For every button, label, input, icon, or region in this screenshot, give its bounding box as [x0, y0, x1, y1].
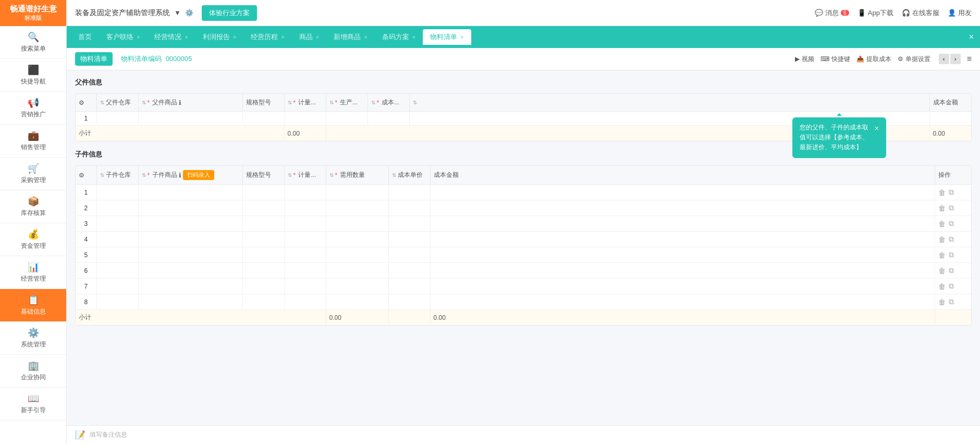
sidebar-item-basic-info[interactable]: 📋 基础信息 [0, 289, 66, 322]
tab-product[interactable]: 商品 × [292, 29, 326, 45]
child-row-quantity[interactable] [326, 232, 388, 247]
sidebar-item-system[interactable]: ⚙️ 系统管理 [0, 322, 66, 355]
next-btn[interactable]: › [950, 54, 961, 64]
child-row-quantity[interactable] [326, 294, 388, 310]
child-row-product[interactable] [138, 247, 242, 263]
child-row-quantity[interactable] [326, 185, 388, 200]
delete-icon[interactable]: 🗑 [938, 282, 946, 291]
child-row-spec[interactable] [242, 263, 284, 279]
tab-bom-close[interactable]: × [460, 34, 463, 40]
child-row-quantity[interactable] [326, 279, 388, 294]
child-row-product[interactable] [138, 294, 242, 310]
tab-barcode[interactable]: 条码方案 × [375, 29, 423, 45]
child-row-unit[interactable] [284, 216, 326, 232]
single-settings-btn[interactable]: ⚙ 单据设置 [898, 55, 930, 64]
tab-history-close[interactable]: × [281, 34, 284, 40]
child-row-unit[interactable] [284, 232, 326, 247]
tab-product-close[interactable]: × [316, 34, 319, 40]
delete-icon[interactable]: 🗑 [938, 267, 946, 275]
child-row-warehouse[interactable] [96, 263, 138, 279]
online-service-btn[interactable]: 🎧 在线客服 [902, 8, 939, 18]
child-row-quantity[interactable] [326, 247, 388, 263]
tab-bom[interactable]: 物料清单 × [423, 29, 471, 45]
child-row-product[interactable] [138, 232, 242, 247]
parent-row-warehouse[interactable] [96, 112, 138, 126]
user-btn[interactable]: 👤 用友 [948, 8, 972, 18]
child-row-warehouse[interactable] [96, 216, 138, 232]
view-btn[interactable]: ▶ 视频 [795, 55, 814, 64]
child-row-product[interactable] [138, 279, 242, 294]
prev-btn[interactable]: ‹ [939, 54, 949, 64]
bottom-hint[interactable]: 填写备注信息 [90, 430, 127, 439]
parent-row-product[interactable] [138, 112, 242, 126]
child-row-unit-cost[interactable] [388, 185, 430, 200]
child-row-spec[interactable] [242, 200, 284, 216]
app-download-btn[interactable]: 📱 App下载 [858, 8, 893, 18]
tab-profit[interactable]: 利润报告 × [195, 29, 243, 45]
child-row-warehouse[interactable] [96, 200, 138, 216]
sidebar-item-purchase[interactable]: 🛒 采购管理 [0, 158, 66, 190]
tab-new-product-close[interactable]: × [364, 34, 367, 40]
parent-row-cost[interactable] [368, 112, 409, 126]
sidebar-item-inventory[interactable]: 📦 库存核算 [0, 190, 66, 223]
child-row-unit-cost[interactable] [388, 294, 430, 310]
child-row-spec[interactable] [242, 232, 284, 247]
tab-profit-close[interactable]: × [233, 34, 236, 40]
child-row-warehouse[interactable] [96, 279, 138, 294]
delete-icon[interactable]: 🗑 [938, 235, 946, 244]
child-row-unit-cost[interactable] [388, 279, 430, 294]
tab-customer[interactable]: 客户联络 × [99, 29, 147, 45]
child-row-unit-cost[interactable] [388, 200, 430, 216]
tab-barcode-close[interactable]: × [412, 34, 415, 40]
child-row-warehouse[interactable] [96, 294, 138, 310]
delete-icon[interactable]: 🗑 [938, 251, 946, 259]
sidebar-item-sales[interactable]: 💼 销售管理 [0, 125, 66, 158]
sidebar-item-guide[interactable]: 📖 新手引导 [0, 388, 66, 421]
child-row-spec[interactable] [242, 185, 284, 200]
child-row-unit[interactable] [284, 263, 326, 279]
child-row-spec[interactable] [242, 294, 284, 310]
child-row-warehouse[interactable] [96, 232, 138, 247]
child-row-quantity[interactable] [326, 200, 388, 216]
copy-icon[interactable]: ⧉ [949, 297, 954, 306]
copy-icon[interactable]: ⧉ [949, 250, 954, 259]
tab-new-product[interactable]: 新增商品 × [326, 29, 374, 45]
child-row-unit[interactable] [284, 200, 326, 216]
copy-icon[interactable]: ⧉ [949, 219, 954, 228]
tab-customer-close[interactable]: × [137, 34, 140, 40]
parent-row-unit[interactable] [284, 112, 326, 126]
sub-tab-bom[interactable]: 物料清单 [75, 52, 113, 66]
menu-btn[interactable]: ≡ [967, 54, 972, 64]
child-row-unit-cost[interactable] [388, 232, 430, 247]
child-row-unit[interactable] [284, 294, 326, 310]
shortcut-btn[interactable]: ⌨ 快捷键 [820, 55, 850, 64]
sidebar-item-search[interactable]: 🔍 搜索菜单 [0, 26, 66, 59]
child-row-unit[interactable] [284, 247, 326, 263]
delete-icon[interactable]: 🗑 [938, 220, 946, 228]
child-row-warehouse[interactable] [96, 185, 138, 200]
child-row-spec[interactable] [242, 216, 284, 232]
sidebar-item-enterprise[interactable]: 🏢 企业协同 [0, 355, 66, 388]
child-row-product[interactable] [138, 185, 242, 200]
child-row-spec[interactable] [242, 279, 284, 294]
tab-home[interactable]: 首页 [71, 29, 99, 45]
child-row-unit-cost[interactable] [388, 263, 430, 279]
child-row-product[interactable] [138, 263, 242, 279]
child-row-quantity[interactable] [326, 263, 388, 279]
child-row-spec[interactable] [242, 247, 284, 263]
sidebar-item-finance[interactable]: 💰 资金管理 [0, 223, 66, 256]
settings-btn[interactable]: ⚙️ [185, 9, 193, 17]
system-dropdown[interactable]: ▼ [174, 9, 181, 17]
delete-icon[interactable]: 🗑 [938, 298, 946, 306]
child-row-unit[interactable] [284, 185, 326, 200]
parent-th-settings[interactable]: ⚙ [76, 94, 96, 112]
copy-icon[interactable]: ⧉ [949, 282, 954, 291]
tooltip-close-btn[interactable]: × [875, 123, 879, 134]
sidebar-item-operations[interactable]: 📊 经营管理 [0, 256, 66, 289]
experience-btn[interactable]: 体验行业方案 [202, 5, 257, 21]
child-row-unit-cost[interactable] [388, 216, 430, 232]
extract-cost-btn[interactable]: 📤 提取成本 [856, 55, 891, 64]
child-row-unit-cost[interactable] [388, 247, 430, 263]
child-row-quantity[interactable] [326, 216, 388, 232]
copy-icon[interactable]: ⧉ [949, 266, 954, 275]
